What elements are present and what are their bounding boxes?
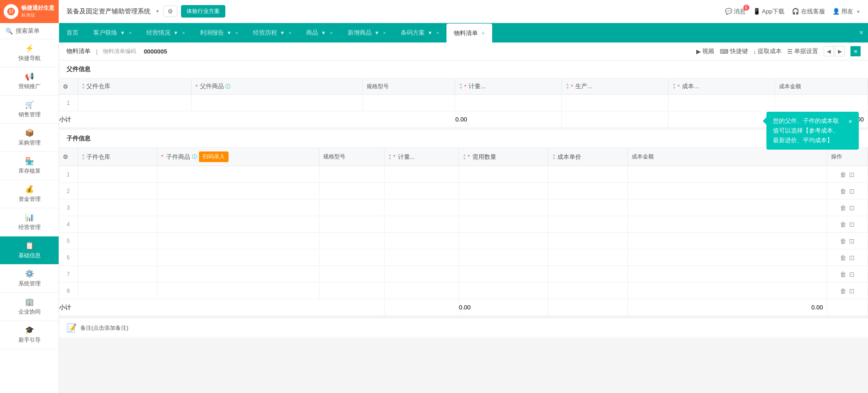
app-download-button[interactable]: 📱 App下载 bbox=[753, 7, 784, 16]
sidebar-search[interactable]: 🔍 搜索菜单 bbox=[0, 23, 59, 39]
child-cell-warehouse[interactable] bbox=[78, 183, 157, 200]
tab-bom[interactable]: 物料清单 × bbox=[446, 24, 492, 42]
child-cell-goods[interactable] bbox=[157, 216, 319, 233]
child-cell-warehouse[interactable] bbox=[78, 166, 157, 183]
child-cell-spec[interactable] bbox=[319, 166, 384, 183]
sidebar-item-inventory[interactable]: 🏪 库存核算 bbox=[0, 152, 59, 180]
child-cell-spec[interactable] bbox=[319, 216, 384, 233]
parent-cell-goods[interactable] bbox=[192, 95, 362, 111]
close-all-tabs-button[interactable]: × bbox=[855, 29, 868, 37]
sidebar-item-operations[interactable]: 📊 经营管理 bbox=[0, 208, 59, 236]
system-dropdown-arrow[interactable]: ▼ bbox=[155, 9, 160, 14]
delete-icon[interactable]: 🗑 bbox=[840, 221, 846, 228]
delete-icon[interactable]: 🗑 bbox=[840, 171, 846, 178]
parent-cell-spec[interactable] bbox=[362, 95, 455, 111]
breadcrumb-bom[interactable]: 物料清单 bbox=[66, 47, 90, 55]
tab-profit[interactable]: 利润报告 ▼ × bbox=[193, 23, 246, 42]
sidebar-item-sales[interactable]: 🛒 销售管理 bbox=[0, 96, 59, 124]
tab-history[interactable]: 经营历程 ▼ × bbox=[246, 23, 299, 42]
parent-cell-production[interactable] bbox=[562, 95, 669, 111]
child-cell-goods[interactable] bbox=[157, 266, 319, 283]
child-cell-spec[interactable] bbox=[319, 233, 384, 249]
parent-cell-unit[interactable] bbox=[455, 95, 562, 111]
sidebar-item-quick-nav[interactable]: ⚡ 快捷导航 bbox=[0, 39, 59, 67]
copy-icon[interactable]: ⊡ bbox=[849, 187, 855, 195]
child-cell-qty[interactable] bbox=[458, 266, 548, 283]
child-gear-icon[interactable]: ⚙ bbox=[63, 153, 68, 160]
child-cell-unit[interactable] bbox=[384, 249, 458, 266]
child-cell-unit-cost[interactable] bbox=[548, 166, 627, 183]
tab-customer[interactable]: 客户联络 ▼ × bbox=[86, 23, 139, 42]
child-cell-unit-cost[interactable] bbox=[548, 183, 627, 200]
tab-customer-close[interactable]: × bbox=[129, 30, 132, 36]
child-cell-unit-cost[interactable] bbox=[548, 233, 627, 249]
tab-barcode[interactable]: 条码方案 ▼ × bbox=[393, 23, 446, 42]
note-label[interactable]: 备注(点击添加备注) bbox=[80, 324, 128, 332]
user-menu[interactable]: 👤 用友 ▼ bbox=[832, 7, 861, 16]
child-cell-qty[interactable] bbox=[458, 249, 548, 266]
delete-icon[interactable]: 🗑 bbox=[840, 237, 846, 245]
tooltip-close-button[interactable]: × bbox=[849, 116, 852, 127]
sidebar-item-newbie[interactable]: 🎓 新手引导 bbox=[0, 321, 59, 349]
sidebar-item-basic[interactable]: 📋 基础信息 bbox=[0, 236, 59, 265]
gear-settings-icon[interactable]: ⚙ bbox=[63, 83, 68, 90]
settings-button[interactable]: ⚙ bbox=[163, 6, 177, 17]
scan-input-button[interactable]: 扫码录入 bbox=[199, 151, 229, 162]
sidebar-item-finance[interactable]: 💰 资金管理 bbox=[0, 180, 59, 208]
child-cell-goods[interactable] bbox=[157, 200, 319, 216]
grid-view-button[interactable]: ≡ bbox=[850, 46, 861, 56]
tab-home[interactable]: 首页 bbox=[59, 23, 86, 42]
message-button[interactable]: 💬 消息 6 bbox=[725, 7, 746, 16]
delete-icon[interactable]: 🗑 bbox=[840, 204, 846, 212]
child-cell-unit-cost[interactable] bbox=[548, 266, 627, 283]
child-cell-unit[interactable] bbox=[384, 200, 458, 216]
copy-icon[interactable]: ⊡ bbox=[849, 271, 855, 278]
child-cell-warehouse[interactable] bbox=[78, 266, 157, 283]
online-service-button[interactable]: 🎧 在线客服 bbox=[792, 7, 825, 16]
tab-profit-close[interactable]: × bbox=[235, 30, 238, 36]
child-goods-info-icon[interactable]: ⓘ bbox=[192, 153, 197, 160]
child-cell-cost-amount[interactable] bbox=[628, 233, 827, 249]
delete-icon[interactable]: 🗑 bbox=[840, 187, 846, 195]
tab-goods[interactable]: 商品 ▼ × bbox=[299, 23, 340, 42]
child-cell-goods[interactable] bbox=[157, 233, 319, 249]
child-cell-unit[interactable] bbox=[384, 266, 458, 283]
child-cell-cost-amount[interactable] bbox=[628, 266, 827, 283]
prev-page-button[interactable]: ◀ bbox=[824, 46, 834, 56]
child-cell-spec[interactable] bbox=[319, 249, 384, 266]
child-cell-unit[interactable] bbox=[384, 233, 458, 249]
shortcut-button[interactable]: ⌨ 快捷键 bbox=[720, 47, 748, 55]
next-page-button[interactable]: ▶ bbox=[835, 46, 845, 56]
child-cell-unit-cost[interactable] bbox=[548, 249, 627, 266]
tab-bom-close[interactable]: × bbox=[482, 30, 484, 36]
child-cell-cost-amount[interactable] bbox=[628, 249, 827, 266]
child-cell-goods[interactable] bbox=[157, 249, 319, 266]
child-cell-unit[interactable] bbox=[384, 283, 458, 299]
child-cell-qty[interactable] bbox=[458, 183, 548, 200]
sidebar-item-purchase[interactable]: 📦 采购管理 bbox=[0, 124, 59, 152]
child-cell-spec[interactable] bbox=[319, 283, 384, 299]
parent-cell-cost[interactable] bbox=[669, 95, 775, 111]
delete-icon[interactable]: 🗑 bbox=[840, 271, 846, 278]
child-cell-qty[interactable] bbox=[458, 283, 548, 299]
delete-icon[interactable]: 🗑 bbox=[840, 287, 846, 295]
child-cell-cost-amount[interactable] bbox=[628, 183, 827, 200]
tab-new-goods-close[interactable]: × bbox=[383, 30, 386, 36]
tab-operation-close[interactable]: × bbox=[182, 30, 185, 36]
child-cell-cost-amount[interactable] bbox=[628, 216, 827, 233]
child-cell-qty[interactable] bbox=[458, 200, 548, 216]
child-cell-qty[interactable] bbox=[458, 233, 548, 249]
child-cell-unit-cost[interactable] bbox=[548, 283, 627, 299]
child-cell-cost-amount[interactable] bbox=[628, 166, 827, 183]
child-cell-warehouse[interactable] bbox=[78, 283, 157, 299]
experience-button[interactable]: 体验行业方案 bbox=[181, 5, 225, 18]
child-cell-qty[interactable] bbox=[458, 216, 548, 233]
child-cell-unit[interactable] bbox=[384, 183, 458, 200]
copy-icon[interactable]: ⊡ bbox=[849, 221, 855, 228]
delete-icon[interactable]: 🗑 bbox=[840, 254, 846, 261]
copy-icon[interactable]: ⊡ bbox=[849, 204, 855, 212]
tab-goods-close[interactable]: × bbox=[330, 30, 332, 36]
child-cell-unit-cost[interactable] bbox=[548, 216, 627, 233]
child-cell-qty[interactable] bbox=[458, 166, 548, 183]
child-cell-cost-amount[interactable] bbox=[628, 200, 827, 216]
